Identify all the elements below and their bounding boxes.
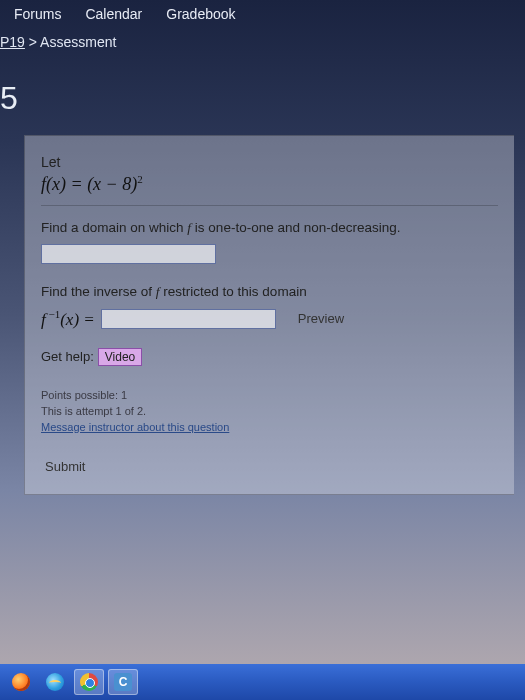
inverse-input[interactable]: [101, 309, 276, 329]
taskbar: C: [0, 664, 525, 700]
question-meta: Points possible: 1 This is attempt 1 of …: [41, 388, 498, 436]
prompt-inverse: Find the inverse of f restricted to this…: [41, 284, 498, 300]
points-possible: Points possible: 1: [41, 388, 498, 404]
let-label: Let: [41, 154, 498, 170]
submit-button[interactable]: Submit: [41, 455, 89, 478]
breadcrumb-current: Assessment: [40, 34, 116, 50]
app-c-icon[interactable]: C: [108, 669, 138, 695]
score-display: 5: [0, 50, 525, 135]
gethelp-label: Get help:: [41, 349, 94, 364]
divider: [41, 205, 498, 206]
breadcrumb-sep: >: [25, 34, 40, 50]
top-nav: Forums Calendar Gradebook: [0, 0, 525, 30]
ie-icon[interactable]: [40, 669, 70, 695]
firefox-icon[interactable]: [6, 669, 36, 695]
message-instructor-link[interactable]: Message instructor about this question: [41, 421, 229, 433]
preview-button[interactable]: Preview: [298, 311, 344, 326]
question-card: Let f(x) = (x − 8)2 Find a domain on whi…: [24, 135, 514, 495]
fx-base: f(x) = (x − 8): [41, 174, 137, 194]
breadcrumb-link[interactable]: P19: [0, 34, 25, 50]
breadcrumb: P19 > Assessment: [0, 30, 525, 50]
nav-forums[interactable]: Forums: [14, 6, 61, 22]
function-definition: f(x) = (x − 8)2: [41, 173, 498, 195]
domain-input[interactable]: [41, 244, 216, 264]
nav-calendar[interactable]: Calendar: [85, 6, 142, 22]
prompt-domain: Find a domain on which f is one-to-one a…: [41, 220, 498, 236]
video-button[interactable]: Video: [98, 348, 142, 366]
inverse-lhs: f −1(x) =: [41, 308, 95, 330]
fx-exponent: 2: [137, 173, 143, 185]
chrome-icon[interactable]: [74, 669, 104, 695]
attempt-info: This is attempt 1 of 2.: [41, 404, 498, 420]
nav-gradebook[interactable]: Gradebook: [166, 6, 235, 22]
